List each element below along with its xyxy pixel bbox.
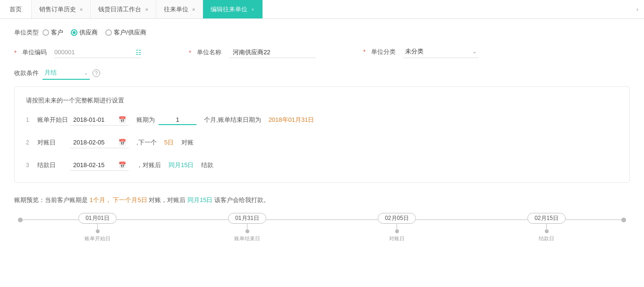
period-row-2-desc-pre: ,下一个: [136, 138, 157, 147]
help-icon[interactable]: ?: [93, 69, 100, 77]
period-start-date-field[interactable]: [73, 116, 116, 123]
period-end-date-highlight: 2018年01月31日: [269, 116, 314, 124]
tl-label-4: 结款日: [539, 235, 554, 242]
payment-terms-chevron: ⌄: [84, 70, 88, 76]
preview-part1: 1个月，: [90, 196, 111, 203]
preview-section: 账期预览：当前客户账期是 1个月， 下一个月5日 对账，对账后 同月15日 该客…: [14, 190, 630, 245]
tab-home-label: 首页: [9, 5, 22, 14]
tab-partner[interactable]: 往来单位 ×: [156, 0, 203, 18]
chevron-right-icon: ›: [636, 6, 638, 13]
radio-customer-label: 客户: [51, 28, 63, 37]
period-row-2-label: 对账日: [37, 138, 70, 147]
tab-edit-partner-label: 编辑往来单位: [211, 5, 247, 14]
tl-node-2-connector: [247, 224, 247, 229]
unit-category-select[interactable]: 未分类 ⌄: [403, 45, 479, 58]
tl-badge-3: 02月05日: [378, 213, 416, 224]
tab-partner-close[interactable]: ×: [192, 7, 195, 12]
tl-label-3: 对账日: [389, 235, 405, 242]
timeline: 01月01日 账单开始日 01月31日 账单结束日: [14, 213, 630, 242]
tl-line-1b: [117, 219, 172, 220]
period-row-1-date-input[interactable]: 📅: [70, 114, 129, 126]
timeline-segment-2: 01月31日 账单结束日: [172, 213, 322, 242]
period-row-2-num: 2: [26, 139, 37, 146]
unit-code-required-star: *: [14, 49, 17, 56]
unit-name-group: * 单位名称: [189, 47, 316, 58]
tl-node-2-dot: [246, 229, 249, 233]
unit-type-row: 单位类型 客户 供应商 客户/供应商: [14, 28, 630, 37]
tl-line-2b: [266, 219, 322, 220]
tab-edit-partner[interactable]: 编辑往来单位 ×: [203, 0, 262, 18]
preview-prefix: 账期预览：当前客户账期是: [14, 196, 88, 203]
period-row-3-label: 结款日: [37, 161, 70, 169]
tl-node-3: 02月05日 对账日: [378, 213, 416, 242]
period-row-1-desc-post: 个月,账单结束日期为: [204, 116, 261, 124]
radio-supplier-circle: [71, 29, 77, 36]
tab-sales-history-close[interactable]: ×: [80, 7, 83, 12]
period-row-3-desc-post: 结款: [201, 161, 213, 169]
period-row-3-desc-pre: ，对账后: [136, 161, 161, 169]
unit-code-input[interactable]: [54, 47, 134, 58]
tl-badge-2: 01月31日: [228, 213, 266, 224]
tl-node-2: 01月31日 账单结束日: [228, 213, 266, 242]
payment-terms-value: 月结: [44, 68, 82, 77]
tab-more-arrow[interactable]: ›: [631, 0, 644, 18]
preview-part3: 同月15日: [187, 196, 212, 203]
radio-both-label: 客户/供应商: [114, 28, 146, 37]
timeline-start: [18, 213, 23, 222]
radio-both[interactable]: 客户/供应商: [105, 28, 146, 37]
preview-suffix: 该客户会给我打款。: [214, 196, 270, 203]
tab-home[interactable]: 首页: [0, 0, 32, 18]
tl-label-1: 账单开始日: [85, 235, 110, 242]
calendar-icon-3[interactable]: 📅: [119, 161, 126, 169]
period-row-2: 2 对账日 📅 ,下一个 5日 对账: [26, 137, 618, 148]
unit-info-row: * 单位编码 ☷ * 单位名称 * 单位分类 未分类 ⌄: [14, 45, 630, 58]
calendar-icon-1[interactable]: 📅: [119, 116, 126, 123]
unit-name-required-star: *: [189, 49, 191, 56]
period-row-2-desc-post: 对账: [181, 138, 194, 147]
payment-terms-label: 收款条件: [14, 69, 39, 77]
unit-name-input[interactable]: [229, 47, 316, 58]
radio-customer-circle: [42, 29, 49, 36]
preview-text: 账期预览：当前客户账期是 1个月， 下一个月5日 对账，对账后 同月15日 该客…: [14, 196, 630, 204]
tl-node-3-dot: [395, 229, 399, 233]
period-settings-panel: 请按照未来的一个完整帐期进行设置 1 账单开始日 📅 账期为 个月,账单结束日期…: [14, 86, 630, 183]
tl-node-4: 02月15日 结款日: [527, 213, 566, 242]
panel-title: 请按照未来的一个完整帐期进行设置: [26, 96, 618, 105]
tl-node-4-connector: [546, 224, 547, 229]
calendar-icon-2[interactable]: 📅: [119, 139, 126, 146]
tab-edit-partner-close[interactable]: ×: [251, 7, 254, 12]
period-row-1: 1 账单开始日 📅 账期为 个月,账单结束日期为 2018年01月31日: [26, 114, 618, 126]
tl-line-4: [472, 219, 527, 220]
tl-label-2: 账单结束日: [234, 235, 260, 242]
timeline-segment-1: 01月01日 账单开始日: [23, 213, 172, 242]
unit-category-required-star: *: [363, 48, 365, 55]
preview-part2: 下一个月5日: [113, 196, 147, 203]
radio-customer[interactable]: 客户: [42, 28, 63, 37]
tl-node-1: 01月01日 账单开始日: [78, 213, 117, 242]
period-row-1-num: 1: [26, 117, 37, 123]
payment-terms-row: 收款条件 月结 ⌄ ?: [14, 67, 630, 80]
tab-cashflow[interactable]: 钱货日清工作台 ×: [91, 0, 156, 18]
timeline-segment-4: 02月15日 结款日: [472, 213, 621, 242]
unit-type-label: 单位类型: [14, 28, 39, 37]
period-row-2-date-input[interactable]: 📅: [70, 137, 129, 148]
period-reconcile-date-field[interactable]: [73, 139, 116, 146]
radio-both-circle: [105, 29, 112, 36]
unit-name-label: 单位名称: [197, 48, 221, 57]
unit-code-copy-icon[interactable]: ☷: [136, 49, 142, 56]
tl-line-4b: [566, 219, 621, 220]
tl-line-3b: [416, 219, 472, 220]
radio-supplier[interactable]: 供应商: [71, 28, 98, 37]
period-row-3-date-input[interactable]: 📅: [70, 160, 129, 171]
payment-terms-select[interactable]: 月结 ⌄: [42, 67, 90, 80]
tl-line-1: [23, 219, 78, 220]
unit-category-label: 单位分类: [371, 48, 396, 56]
period-payment-date-field[interactable]: [73, 161, 116, 169]
tab-sales-history[interactable]: 销售订单历史 ×: [32, 0, 91, 18]
tab-bar: 首页 销售订单历史 × 钱货日清工作台 × 往来单位 × 编辑往来单位 × ›: [0, 0, 644, 19]
period-months-input[interactable]: [159, 115, 196, 125]
unit-code-input-wrapper: ☷: [54, 47, 142, 58]
tab-cashflow-close[interactable]: ×: [145, 7, 148, 12]
preview-middle: 对账，对账后: [149, 196, 186, 203]
timeline-start-dot: [18, 218, 23, 222]
